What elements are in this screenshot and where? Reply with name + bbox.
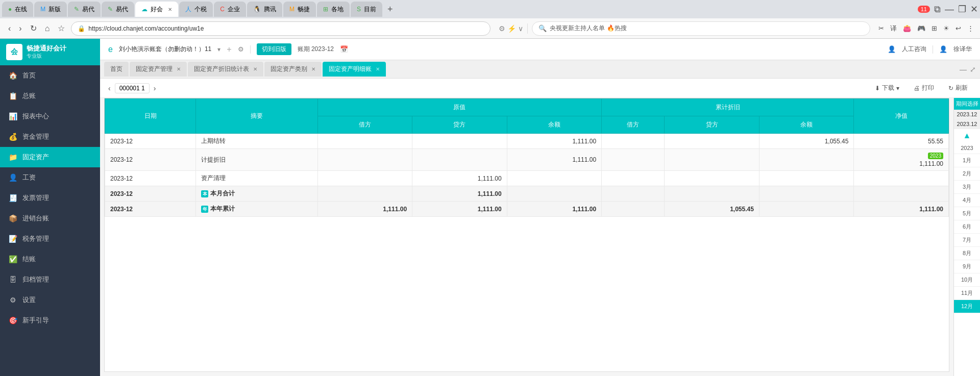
browser-tab-geshui[interactable]: 人 个税 bbox=[179, 2, 213, 17]
sidebar-item-guide[interactable]: 🎯 新手引导 bbox=[0, 310, 100, 331]
browser-tab-online[interactable]: ● 在线 bbox=[2, 2, 33, 17]
period-month-12[interactable]: 12月 bbox=[954, 300, 980, 313]
switch-old-version-button[interactable]: 切到旧版 bbox=[257, 43, 291, 55]
browser-tab-yidai1[interactable]: ✎ 易代 bbox=[68, 2, 101, 17]
wallet-icon[interactable]: 👛 bbox=[903, 24, 911, 32]
next-page-button[interactable]: › bbox=[154, 84, 156, 92]
brightness-icon[interactable]: ☀ bbox=[943, 24, 949, 32]
browser-tab-haohui[interactable]: ☁ 好会 ✕ bbox=[135, 2, 178, 17]
company-logo-icon[interactable]: e bbox=[108, 45, 113, 54]
game-icon[interactable]: 🎮 bbox=[917, 24, 925, 32]
tab-asset-detail-ledger[interactable]: 固定资产明细账 ✕ bbox=[323, 62, 386, 77]
browser-tab-new[interactable]: M 新版 bbox=[34, 2, 67, 17]
scissors-icon[interactable]: ✂ bbox=[878, 24, 884, 32]
help-person-icon[interactable]: 👤 bbox=[888, 45, 896, 53]
refresh-action-button[interactable]: ↻ 刷新 bbox=[944, 82, 972, 94]
settings-icon[interactable]: ⚙ bbox=[499, 24, 505, 33]
tab-fixed-assets-manage[interactable]: 固定资产管理 ✕ bbox=[130, 62, 187, 77]
sidebar-item-reports[interactable]: 📊 报表中心 bbox=[0, 106, 100, 127]
company-dropdown-icon[interactable]: ▾ bbox=[217, 46, 220, 53]
download-label: 下载 bbox=[882, 84, 894, 92]
browser-tab-gedi[interactable]: ⊞ 各地 bbox=[317, 2, 350, 17]
tab-close-category[interactable]: ✕ bbox=[311, 66, 315, 72]
sidebar-item-general-ledger[interactable]: 📋 总账 bbox=[0, 86, 100, 106]
period-month-9[interactable]: 9月 bbox=[954, 260, 980, 273]
period-month-8[interactable]: 8月 bbox=[954, 247, 980, 260]
period-month-7[interactable]: 7月 bbox=[954, 234, 980, 247]
sidebar-item-funds[interactable]: 💰 资金管理 bbox=[0, 127, 100, 147]
new-tab-button[interactable]: + bbox=[383, 4, 397, 15]
period-month-5[interactable]: 5月 bbox=[954, 207, 980, 220]
back-button[interactable]: ‹ bbox=[6, 22, 13, 35]
sidebar-item-fixed-assets[interactable]: 📁 固定资产 bbox=[0, 147, 100, 167]
cell-date: 2023-12 bbox=[105, 134, 196, 149]
download-button[interactable]: ⬇ 下载 ▾ bbox=[871, 82, 903, 94]
search-bar[interactable]: 🔍 央视更新主持人名单 🔥热搜 bbox=[532, 21, 870, 36]
sidebar-item-settings[interactable]: ⚙ 设置 bbox=[0, 290, 100, 310]
maximize-pane-button[interactable]: ⤢ bbox=[970, 65, 976, 73]
user-name[interactable]: 徐译华 bbox=[953, 45, 972, 54]
cell-orig-credit: 1,111.00 bbox=[412, 202, 507, 217]
cell-summary: 本本月合计 bbox=[196, 186, 317, 202]
page-number-display: 000001 1 bbox=[115, 83, 150, 93]
sidebar-item-purchase-sales[interactable]: 📦 进销台账 bbox=[0, 208, 100, 229]
print-button[interactable]: 🖨 打印 bbox=[910, 82, 938, 94]
forward-button[interactable]: › bbox=[17, 22, 23, 35]
period-month-6[interactable]: 6月 bbox=[954, 220, 980, 234]
prev-page-button[interactable]: ‹ bbox=[108, 84, 111, 92]
browser-tab-tengxun[interactable]: 🐧 腾讯 bbox=[247, 2, 282, 17]
browser-minimize[interactable]: — bbox=[945, 4, 954, 15]
calendar-icon[interactable]: 📅 bbox=[340, 45, 348, 53]
grid-icon[interactable]: ⊞ bbox=[932, 24, 937, 32]
sidebar-item-tax[interactable]: 📝 税务管理 bbox=[0, 229, 100, 249]
refresh-button[interactable]: ↻ bbox=[28, 21, 39, 35]
cell-accum-debit bbox=[602, 202, 665, 217]
period-month-1[interactable]: 1月 bbox=[954, 154, 980, 167]
home-button[interactable]: ⌂ bbox=[43, 22, 52, 35]
bookmark-button[interactable]: ☆ bbox=[56, 21, 67, 35]
sidebar-logo[interactable]: 会 畅捷通好会计 专业版 bbox=[0, 39, 100, 65]
tab-close-depreciation[interactable]: ✕ bbox=[253, 66, 257, 72]
sidebar-item-archive[interactable]: 🗄 归档管理 bbox=[0, 269, 100, 290]
table-row: 2023-12 上期结转 1,111.00 1,055.45 55.55 bbox=[105, 134, 949, 149]
logo-title: 畅捷通好会计 bbox=[27, 44, 66, 53]
sidebar-item-payroll[interactable]: 👤 工资 bbox=[0, 167, 100, 188]
browser-tab-changjie[interactable]: M 畅捷 bbox=[283, 2, 316, 17]
sidebar-item-invoice[interactable]: 🧾 发票管理 bbox=[0, 188, 100, 208]
browser-close[interactable]: ✕ bbox=[970, 4, 978, 15]
sidebar-item-home[interactable]: 🏠 首页 bbox=[0, 65, 100, 86]
period-scroll-up[interactable]: ▲ bbox=[954, 129, 980, 142]
browser-tab-yidai2[interactable]: ✎ 易代 bbox=[102, 2, 134, 17]
tab-close-detail[interactable]: ✕ bbox=[376, 66, 380, 72]
tab-close-haohui[interactable]: ✕ bbox=[168, 7, 172, 12]
period-panel-title: 期间选择 bbox=[954, 98, 980, 110]
company-name[interactable]: 刘小艳演示账套（勿删勿动！）11 bbox=[119, 45, 211, 54]
search-icon: 🔍 bbox=[538, 24, 547, 32]
minimize-pane-button[interactable]: — bbox=[960, 65, 967, 73]
lightning-icon[interactable]: ⚡ bbox=[507, 24, 516, 33]
tab-depreciation-stats[interactable]: 固定资产折旧统计表 ✕ bbox=[188, 62, 263, 77]
more-icon[interactable]: ⋮ bbox=[967, 24, 974, 32]
period-month-10[interactable]: 10月 bbox=[954, 273, 980, 287]
undo-icon[interactable]: ↩ bbox=[955, 24, 961, 32]
tab-close-fixed-manage[interactable]: ✕ bbox=[177, 66, 181, 72]
help-label[interactable]: 人工咨询 bbox=[902, 45, 926, 54]
period-year-2023[interactable]: 2023 bbox=[954, 142, 980, 154]
tab-asset-category[interactable]: 固定资产类别 ✕ bbox=[264, 62, 322, 77]
translate-icon[interactable]: 译 bbox=[890, 24, 897, 33]
browser-tab-muqian[interactable]: S 目前 bbox=[351, 2, 382, 17]
dropdown-icon[interactable]: ∨ bbox=[518, 24, 523, 33]
address-field[interactable]: 🔒 https://cloud.chanjet.com/accounting/u… bbox=[71, 21, 491, 36]
browser-maximize[interactable]: ❐ bbox=[958, 4, 966, 15]
settings-company-icon[interactable]: ⚙ bbox=[238, 45, 244, 53]
period-month-11[interactable]: 11月 bbox=[954, 287, 980, 300]
tab-home[interactable]: 首页 bbox=[104, 62, 129, 77]
period-month-4[interactable]: 4月 bbox=[954, 194, 980, 207]
page-tabs: 首页 固定资产管理 ✕ 固定资产折旧统计表 ✕ 固定资产类别 ✕ 固定资产明细账… bbox=[100, 60, 980, 79]
period-month-3[interactable]: 3月 bbox=[954, 181, 980, 194]
sidebar-item-closing[interactable]: ✅ 结账 bbox=[0, 249, 100, 269]
browser-menu-icon[interactable]: ⧉ bbox=[934, 4, 941, 15]
add-company-icon[interactable]: + bbox=[227, 45, 231, 54]
browser-tab-qiye[interactable]: C 企业 bbox=[214, 2, 246, 17]
period-month-2[interactable]: 2月 bbox=[954, 167, 980, 181]
